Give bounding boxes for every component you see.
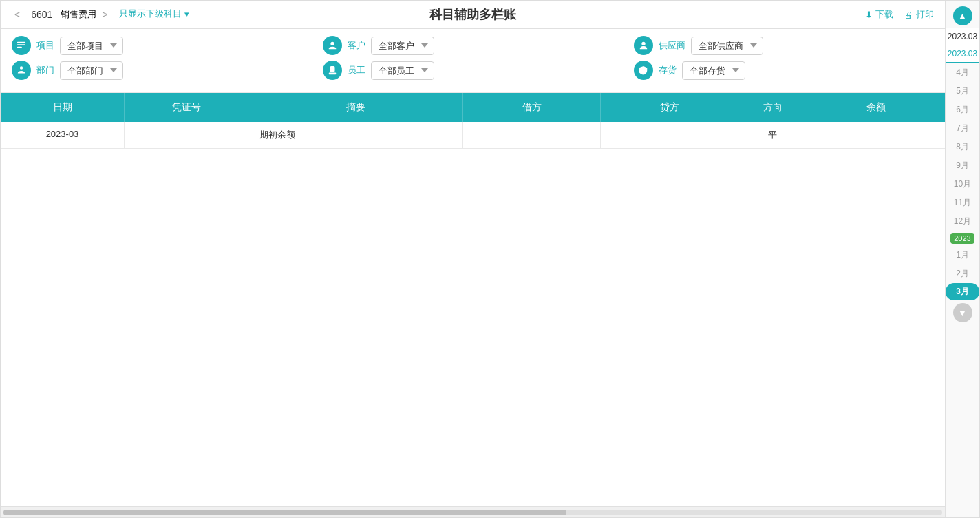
filter-item-inventory: 存货 全部存货 bbox=[634, 61, 934, 80]
show-sub-arrow-icon: ▾ bbox=[184, 9, 189, 19]
customer-select-wrapper: 全部客户 bbox=[371, 37, 623, 55]
download-icon: ⬇ bbox=[865, 10, 873, 20]
cell-direction: 平 bbox=[738, 122, 807, 148]
project-select-wrapper: 全部项目 bbox=[60, 37, 312, 55]
download-button[interactable]: ⬇ 下载 bbox=[865, 8, 893, 21]
department-icon bbox=[12, 61, 31, 80]
filter-row-1: 项目 全部项目 客户 全部客户 bbox=[12, 36, 934, 55]
timeline-year-badge[interactable]: 2023 bbox=[950, 233, 974, 244]
customer-label: 客户 bbox=[348, 39, 365, 52]
supplier-label: 供应商 bbox=[659, 39, 685, 52]
main-window: < 6601 销售费用 > 只显示下级科目 ▾ 科目辅助多栏账 ⬇ 下载 🖨 打… bbox=[0, 0, 980, 518]
table-header: 日期 凭证号 摘要 借方 贷方 方向 余额 bbox=[1, 93, 945, 122]
department-label: 部门 bbox=[36, 64, 54, 76]
print-icon: 🖨 bbox=[904, 10, 913, 20]
scroll-track bbox=[3, 510, 942, 515]
col-header-voucher: 凭证号 bbox=[125, 93, 248, 122]
timeline-item-3-active[interactable]: 3月 bbox=[946, 283, 979, 300]
nav-arrows: < 6601 销售费用 > bbox=[12, 8, 111, 21]
supplier-select-wrapper: 全部供应商 bbox=[691, 37, 934, 55]
employee-icon bbox=[323, 61, 342, 80]
inventory-select[interactable]: 全部存货 bbox=[682, 61, 745, 80]
svg-rect-5 bbox=[330, 66, 335, 72]
col-header-summary: 摘要 bbox=[248, 93, 463, 122]
filter-item-project: 项目 全部项目 bbox=[12, 36, 312, 55]
cell-voucher bbox=[125, 122, 248, 148]
filter-item-employee: 员工 全部员工 bbox=[323, 61, 623, 80]
timeline-item-8[interactable]: 8月 bbox=[946, 138, 979, 156]
timeline-item-6[interactable]: 6月 bbox=[946, 101, 979, 119]
page-title: 科目辅助多栏账 bbox=[429, 6, 516, 23]
download-label: 下载 bbox=[875, 8, 893, 21]
inventory-icon bbox=[634, 61, 653, 80]
print-label: 打印 bbox=[916, 8, 934, 21]
cell-balance bbox=[807, 122, 945, 148]
filter-item-supplier: 供应商 全部供应商 bbox=[634, 36, 934, 55]
supplier-icon bbox=[634, 36, 653, 55]
timeline-item-selected[interactable]: 2023.03 bbox=[946, 45, 979, 63]
project-icon bbox=[12, 36, 31, 55]
timeline-item-7[interactable]: 7月 bbox=[946, 119, 979, 138]
show-sub-label: 只显示下级科目 bbox=[119, 8, 182, 20]
filter-item-department: 部门 全部部门 bbox=[12, 61, 312, 80]
timeline-item-10[interactable]: 10月 bbox=[946, 175, 979, 194]
col-header-debit: 借方 bbox=[463, 93, 601, 122]
cell-credit bbox=[601, 122, 738, 148]
prev-account-button[interactable]: < bbox=[12, 8, 23, 21]
show-sub-toggle[interactable]: 只显示下级科目 ▾ bbox=[119, 8, 189, 21]
timeline-item-header-1[interactable]: 2023.03 bbox=[946, 28, 979, 45]
timeline-item-12[interactable]: 12月 bbox=[946, 212, 979, 231]
customer-select[interactable]: 全部客户 bbox=[371, 37, 434, 55]
timeline-scroll-up-button[interactable]: ▲ bbox=[953, 6, 972, 25]
data-table: 日期 凭证号 摘要 借方 贷方 方向 余额 2023-03 期初余额 平 bbox=[1, 93, 945, 149]
cell-summary: 期初余额 bbox=[248, 122, 463, 148]
cell-debit bbox=[463, 122, 601, 148]
table-row: 2023-03 期初余额 平 bbox=[1, 122, 945, 149]
col-header-date: 日期 bbox=[1, 93, 125, 122]
col-header-balance: 余额 bbox=[807, 93, 945, 122]
col-header-credit: 贷方 bbox=[601, 93, 738, 122]
employee-select-wrapper: 全部员工 bbox=[371, 61, 623, 80]
svg-rect-6 bbox=[329, 73, 337, 75]
filter-area: 项目 全部项目 客户 全部客户 bbox=[1, 29, 945, 93]
timeline-item-2[interactable]: 2月 bbox=[946, 265, 979, 283]
customer-icon bbox=[323, 36, 342, 55]
svg-rect-2 bbox=[17, 47, 22, 48]
department-select-wrapper: 全部部门 bbox=[60, 61, 312, 80]
scroll-thumb[interactable] bbox=[3, 510, 566, 515]
next-account-button[interactable]: > bbox=[99, 8, 110, 21]
supplier-select[interactable]: 全部供应商 bbox=[691, 37, 763, 55]
timeline-item-1[interactable]: 1月 bbox=[946, 246, 979, 265]
print-button[interactable]: 🖨 打印 bbox=[904, 8, 934, 21]
header-actions: ⬇ 下载 🖨 打印 bbox=[865, 8, 934, 21]
employee-label: 员工 bbox=[348, 64, 365, 76]
col-header-direction: 方向 bbox=[738, 93, 807, 122]
svg-point-3 bbox=[641, 42, 645, 45]
department-select[interactable]: 全部部门 bbox=[60, 61, 123, 80]
project-label: 项目 bbox=[36, 39, 54, 52]
timeline-item-5[interactable]: 5月 bbox=[946, 82, 979, 101]
timeline-scroll-down-button[interactable]: ▼ bbox=[953, 303, 972, 322]
horizontal-scrollbar[interactable] bbox=[1, 506, 945, 517]
project-select[interactable]: 全部项目 bbox=[60, 37, 123, 55]
inventory-select-wrapper: 全部存货 bbox=[682, 61, 934, 80]
account-name: 销售费用 bbox=[61, 8, 96, 21]
svg-rect-1 bbox=[17, 44, 25, 45]
svg-point-4 bbox=[20, 66, 23, 69]
cell-date: 2023-03 bbox=[1, 122, 125, 148]
timeline-item-4[interactable]: 4月 bbox=[946, 63, 979, 82]
timeline-sidebar: ▲ 2023.03 2023.03 4月 5月 6月 7月 8月 9月 10月 … bbox=[945, 1, 979, 517]
timeline-item-9[interactable]: 9月 bbox=[946, 156, 979, 175]
account-code: 6601 bbox=[31, 9, 52, 20]
main-content-area: < 6601 销售费用 > 只显示下级科目 ▾ 科目辅助多栏账 ⬇ 下载 🖨 打… bbox=[1, 1, 945, 506]
header-bar: < 6601 销售费用 > 只显示下级科目 ▾ 科目辅助多栏账 ⬇ 下载 🖨 打… bbox=[1, 1, 945, 29]
filter-item-customer: 客户 全部客户 bbox=[323, 36, 623, 55]
filter-row-2: 部门 全部部门 员工 全部员工 bbox=[12, 61, 934, 80]
employee-select[interactable]: 全部员工 bbox=[371, 61, 434, 80]
svg-rect-0 bbox=[17, 42, 25, 43]
timeline-item-11[interactable]: 11月 bbox=[946, 194, 979, 212]
inventory-label: 存货 bbox=[659, 64, 677, 76]
